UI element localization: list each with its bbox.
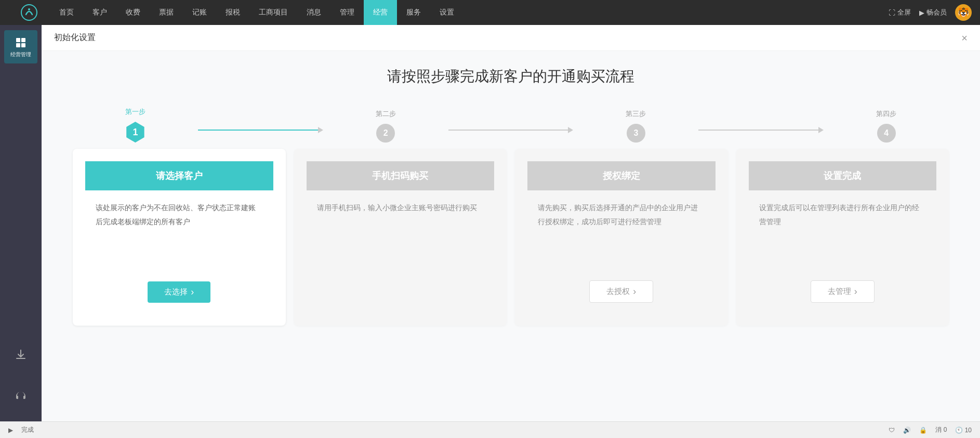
step-col-4: 第四步 4 [824,109,949,143]
fullscreen-button[interactable]: ⛶ 全屏 [889,8,911,17]
card-footer-4: 去管理 › [749,272,937,315]
nav-tax[interactable]: 报税 [216,0,249,25]
card-body-3: 请先购买，购买后选择开通的产品中的企业用户进行授权绑定，成功后即可进行经营管理 [527,190,716,272]
nav-customer[interactable]: 客户 [83,0,116,25]
page-header: 初始化设置 × [42,25,980,51]
step-circle-1: 1 [125,122,145,143]
steps-header: 第一步 1 第二步 2 [73,107,949,143]
member-button[interactable]: ▶ 畅会员 [919,8,947,17]
nav-operation[interactable]: 经营 [364,0,397,25]
go-manage-button[interactable]: 去管理 › [811,280,875,303]
sidebar: 经营管理 [0,25,42,421]
status-bar-right: 🛡 🔊 🔒 消 0 🕙 10 [889,426,972,434]
card-header-4: 设置完成 [749,161,937,190]
status-bar: ▶ 完成 🛡 🔊 🔒 消 0 🕙 10 [0,421,980,438]
steps-title: 请按照步骤完成新客户的开通购买流程 [73,67,949,86]
card-body-1: 该处展示的客户为不在回收站、客户状态正常建账后完成老板端绑定的所有客户 [85,190,273,273]
step-label-3: 第三步 [626,109,646,119]
step-card-2: 手机扫码购买 请用手机扫码，输入小微企业主账号密码进行购买 [294,149,507,326]
step-col-3: 第三步 3 [573,109,698,143]
nav-business[interactable]: 工商项目 [249,0,297,25]
shield-icon-status: 🛡 [889,427,895,434]
nav-menu: 首页 客户 收费 票据 记账 报税 工商项目 消息 管理 经营 服务 设置 [50,0,889,25]
nav-fee[interactable]: 收费 [116,0,150,25]
nav-message[interactable]: 消息 [297,0,330,25]
clock-icon-status: 🕙 10 [955,427,972,434]
app-logo[interactable] [8,4,50,21]
volume-icon-status: 🔊 [903,427,911,434]
sidebar-label-operation: 经营管理 [10,51,31,58]
step-label-2: 第二步 [376,109,396,119]
play-icon: ▶ [919,9,924,17]
card-title-3: 授权绑定 [603,171,640,181]
arrow-icon-4: › [854,286,857,297]
card-title-1: 请选择客户 [156,171,203,181]
main-content: 初始化设置 × 请按照步骤完成新客户的开通购买流程 第一步 1 [42,25,980,421]
status-label: 完成 [21,426,34,434]
card-body-2: 请用手机扫码，输入小微企业主账号密码进行购买 [307,190,495,315]
connector-1-2 [198,127,323,133]
nav-service[interactable]: 服务 [397,0,430,25]
svg-point-1 [28,8,30,10]
go-authorize-button[interactable]: 去授权 › [589,280,653,303]
svg-point-0 [21,5,37,20]
lock-icon-status: 🔒 [919,427,927,434]
connector-2-3 [448,127,574,133]
svg-rect-2 [16,38,20,42]
user-avatar[interactable]: 🐯 [955,4,972,21]
nav-bookkeeping[interactable]: 记账 [183,0,216,25]
step-circle-2: 2 [376,124,395,143]
sidebar-download[interactable] [4,338,37,371]
step-label-1: 第一步 [125,107,145,117]
step-card-4: 设置完成 设置完成后可以在管理列表进行所有企业用户的经营管理 去管理 › [736,149,949,326]
card-body-4: 设置完成后可以在管理列表进行所有企业用户的经营管理 [749,190,937,272]
step-col-1: 第一步 1 [73,107,198,143]
page-title: 初始化设置 [54,32,96,43]
sidebar-item-operation[interactable]: 经营管理 [4,30,37,63]
top-navigation: 首页 客户 收费 票据 记账 报税 工商项目 消息 管理 经营 服务 设置 ⛶ … [0,0,980,25]
card-title-2: 手机扫码购买 [372,171,428,181]
nav-settings[interactable]: 设置 [430,0,463,25]
fullscreen-icon: ⛶ [889,9,895,17]
sidebar-bottom-icons [4,338,37,421]
step-label-4: 第四步 [876,109,896,119]
arrow-icon-3: › [633,286,636,297]
step-col-2: 第二步 2 [323,109,448,143]
card-header-2: 手机扫码购买 [307,161,495,190]
nav-home[interactable]: 首页 [50,0,83,25]
close-button[interactable]: × [961,33,968,43]
card-header-1: 请选择客户 [85,161,273,190]
connector-3-4 [698,127,824,133]
card-header-3: 授权绑定 [527,161,716,190]
step-circle-3: 3 [627,124,645,143]
svg-rect-3 [21,38,25,42]
step-circle-4: 4 [877,124,896,143]
step-cards: 请选择客户 该处展示的客户为不在回收站、客户状态正常建账后完成老板端绑定的所有客… [73,149,949,326]
nav-right-area: ⛶ 全屏 ▶ 畅会员 🐯 [889,4,972,21]
nav-manage[interactable]: 管理 [330,0,364,25]
nav-invoice[interactable]: 票据 [150,0,183,25]
main-layout: 经营管理 初始化设置 × 请按照步骤完成新客户的开通购买流程 [0,25,980,421]
sidebar-headset[interactable] [4,380,37,413]
svg-rect-4 [16,43,20,47]
steps-container: 请按照步骤完成新客户的开通购买流程 第一步 1 第二步 [42,51,980,421]
step-card-3: 授权绑定 请先购买，购买后选择开通的产品中的企业用户进行授权绑定，成功后即可进行… [515,149,728,326]
arrow-icon: › [191,287,194,298]
svg-rect-5 [21,43,25,47]
go-select-button[interactable]: 去选择 › [148,281,210,303]
card-footer-1: 去选择 › [85,273,273,315]
step-card-1: 请选择客户 该处展示的客户为不在回收站、客户状态正常建账后完成老板端绑定的所有客… [73,149,286,326]
message-count-status: 消 0 [935,426,947,434]
card-footer-3: 去授权 › [527,272,716,315]
play-icon-status: ▶ [8,427,13,434]
card-title-4: 设置完成 [824,171,861,181]
